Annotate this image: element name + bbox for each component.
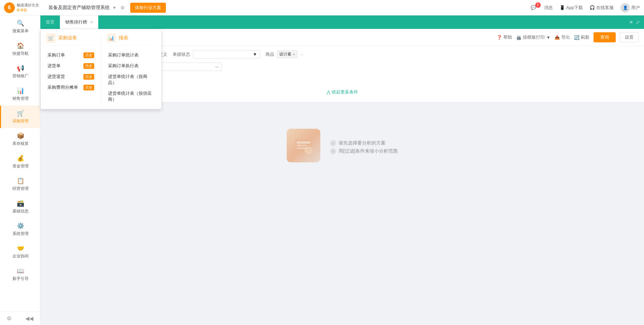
goods-more-icon[interactable]: ··· — [300, 52, 303, 57]
tab-home-label: 首页 — [46, 19, 55, 25]
query-button[interactable]: 查询 — [594, 32, 616, 42]
guide-icon: 📖 — [17, 267, 24, 275]
sidebar-item-purchase[interactable]: 🛒 采购管理 — [0, 106, 40, 128]
system-settings-icon[interactable]: ⚙ — [120, 5, 125, 10]
sidebar-item-inventory[interactable]: 📦 库存核算 — [0, 128, 40, 151]
logo-area: 6 畅捷通好生意 标准版 — [4, 2, 44, 13]
print-dropdown-icon[interactable]: ▼ — [546, 35, 550, 40]
tab-close-icon[interactable]: × — [91, 20, 93, 25]
empty-text-area: ① 请先选择要分析的方案 ② 用[过滤]条件来缩小分析范围 — [330, 140, 398, 156]
title-dropdown-arrow[interactable]: ▼ — [112, 5, 116, 10]
app-label: App下载 — [566, 5, 583, 11]
svg-rect-1 — [297, 141, 310, 144]
goods-tag-text: 设计素 — [279, 51, 291, 57]
sidebar-label-marketing: 营销推广 — [12, 73, 29, 79]
sidebar-label-inventory: 库存核算 — [12, 141, 29, 147]
report-menu-header: 📊 报表 — [107, 33, 156, 46]
history-badge-purchase-expense: 历史 — [83, 85, 94, 90]
sidebar-settings-button[interactable]: ⚙ — [7, 315, 11, 322]
finance-icon: 💰 — [17, 155, 24, 162]
menu-item-purchase-order-label: 采购订单 — [47, 52, 65, 58]
online-service-action[interactable]: 🎧 在线客服 — [589, 5, 614, 11]
collapse-icon: ⋀ — [327, 90, 330, 95]
refresh-icon: 🔄 — [574, 35, 579, 40]
tab-home[interactable]: 首页 — [40, 15, 60, 29]
refresh-action[interactable]: 🔄 刷新 — [574, 34, 589, 40]
help-action[interactable]: ❓ 帮助 — [497, 34, 512, 40]
sidebar-item-search[interactable]: 🔍 搜索菜单 — [0, 15, 40, 38]
sidebar-collapse-button[interactable]: ◀◀ — [25, 315, 33, 322]
sidebar-item-finance[interactable]: 💰 资金管理 — [0, 151, 40, 173]
service-label: 在线客服 — [596, 5, 614, 11]
tab-close-all-icon[interactable]: ✕ — [629, 19, 633, 25]
empty-illustration: ? — [287, 129, 320, 162]
salesperson-select[interactable]: ··· — [154, 63, 222, 71]
export-action[interactable]: 📤 导出 — [554, 34, 570, 40]
sidebar-item-enterprise[interactable]: 🤝 企业协同 — [0, 241, 40, 263]
sidebar-item-guide[interactable]: 📖 新手引导 — [0, 263, 40, 286]
message-action[interactable]: 💬 5 消息 — [531, 5, 553, 11]
menu-item-purchase-order[interactable]: 采购订单 历史 — [46, 50, 96, 60]
sidebar-item-basic-info[interactable]: 🗃️ 基础信息 — [0, 196, 40, 218]
salesperson-more-icon[interactable]: ··· — [215, 64, 219, 69]
goods-tag-close[interactable]: × — [293, 52, 295, 57]
sidebar-bottom: ⚙ ◀◀ — [0, 312, 40, 325]
sidebar-item-sales[interactable]: 📊 销售管理 — [0, 83, 40, 106]
app-icon: 📱 — [560, 5, 565, 10]
industry-button[interactable]: 体验行业方案 — [130, 3, 166, 13]
print-label: 按模板打印 — [523, 34, 545, 40]
menu-item-goods-receipt[interactable]: 进货单 历史 — [46, 60, 96, 71]
menu-item-goods-receipt-stat-by-goods[interactable]: 进货单统计表（按商品） — [107, 71, 156, 88]
menu-item-purchase-order-exec[interactable]: 采购订单执行表 — [107, 60, 156, 71]
goods-filter-group: 商品 设计素 × ··· — [265, 50, 303, 58]
user-action[interactable]: 👤 用户 — [620, 3, 640, 12]
sidebar-item-system[interactable]: ⚙️ 系统管理 — [0, 218, 40, 241]
export-label: 导出 — [561, 34, 570, 40]
dropdown-overlay: 🛒 采购业务 采购订单 历史 进货单 历史 进货退货 历史 采购费用分摊单 — [40, 29, 162, 109]
menu-item-goods-receipt-stat-by-supplier[interactable]: 进货单统计表（按供应商） — [107, 88, 156, 105]
home-icon: 🏠 — [17, 42, 24, 49]
sidebar-label-finance: 资金管理 — [12, 163, 29, 169]
header-right: 💬 5 消息 📱 App下载 🎧 在线客服 👤 用户 — [531, 3, 640, 12]
goods-label: 商品 — [265, 51, 274, 57]
step1-num: ① — [330, 140, 336, 146]
app-download-action[interactable]: 📱 App下载 — [560, 5, 583, 11]
purchase-menu-header-icon: 🛒 — [46, 33, 56, 43]
sidebar-item-quick-nav[interactable]: 🏠 快捷导航 — [0, 38, 40, 60]
sidebar-label-operations: 经营管理 — [12, 186, 29, 192]
menu-item-goods-return-label: 进货退货 — [47, 74, 65, 80]
menu-item-purchase-order-stat[interactable]: 采购订单统计表 — [107, 50, 156, 60]
user-label: 用户 — [631, 5, 640, 11]
sidebar-label-sales: 销售管理 — [12, 96, 29, 101]
sidebar-label-system: 系统管理 — [12, 231, 29, 237]
menu-item-purchase-expense[interactable]: 采购费用分摊单 历史 — [46, 82, 96, 93]
empty-state: ? ① 请先选择要分析的方案 ② 用[过滤]条件来缩小分析范围 — [40, 102, 644, 195]
print-action[interactable]: 🖨️ 按模板打印 ▼ — [516, 34, 550, 40]
sidebar-item-marketing[interactable]: 📢 营销推广 — [0, 60, 40, 83]
tab-expand-icon[interactable]: ⤢ — [636, 19, 640, 25]
sidebar: 🔍 搜索菜单 🏠 快捷导航 📢 营销推广 📊 销售管理 🛒 采购管理 📦 库存核… — [0, 15, 40, 325]
top-header: 6 畅捷通好生意 标准版 装备及固定资产辅助管理系统 ▼ ⚙ 体验行业方案 💬 … — [0, 0, 644, 15]
history-badge-goods-receipt: 历史 — [83, 63, 94, 69]
tab-sales-rank[interactable]: 销售排行榜 × — [60, 15, 98, 29]
dropdown-menu: 🛒 采购业务 采购订单 历史 进货单 历史 进货退货 历史 采购费用分摊单 — [40, 29, 162, 109]
menu-item-goods-return[interactable]: 进货退货 历史 — [46, 71, 96, 82]
status-dropdown-icon: ▼ — [253, 52, 257, 57]
empty-tip2: ② 用[过滤]条件来缩小分析范围 — [330, 148, 398, 154]
message-badge: 5 — [535, 2, 541, 8]
step2-num: ② — [330, 149, 336, 154]
status-value — [196, 52, 197, 57]
sidebar-item-operations[interactable]: 📋 经营管理 — [0, 173, 40, 196]
refresh-label: 刷新 — [581, 34, 589, 40]
tab-bar: 首页 销售排行榜 × ✕ ⤢ — [40, 15, 644, 29]
settings-button[interactable]: 设置 — [620, 32, 639, 42]
sidebar-label-guide: 新手引导 — [12, 276, 29, 282]
sidebar-label-search: 搜索菜单 — [12, 28, 29, 34]
status-select[interactable]: ▼ — [193, 50, 260, 58]
sales-icon: 📊 — [17, 87, 24, 94]
system-icon: ⚙️ — [17, 222, 24, 230]
status-label: 单据状态 — [173, 51, 190, 57]
svg-rect-2 — [297, 145, 307, 146]
system-title: 装备及固定资产辅助管理系统 — [48, 5, 110, 11]
marketing-icon: 📢 — [17, 65, 24, 72]
